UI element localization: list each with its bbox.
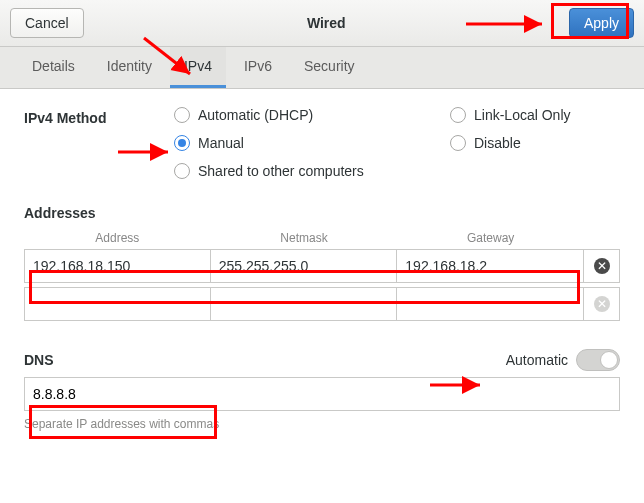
delete-row-button[interactable]: ✕ (584, 249, 620, 283)
radio-label: Manual (198, 135, 244, 151)
radio-shared[interactable]: Shared to other computers (174, 163, 450, 179)
radio-icon (450, 107, 466, 123)
switch-knob-icon (600, 351, 618, 369)
dns-automatic-label: Automatic (506, 352, 568, 368)
close-icon: ✕ (594, 258, 610, 274)
radio-automatic-dhcp[interactable]: Automatic (DHCP) (174, 107, 450, 123)
radio-label: Link-Local Only (474, 107, 571, 123)
titlebar: Cancel Wired Apply (0, 0, 644, 47)
address-row: ✕ (24, 287, 620, 321)
netmask-input[interactable]: 255.255.255.0 (211, 249, 398, 283)
radio-label: Shared to other computers (198, 163, 364, 179)
col-header-address: Address (24, 231, 211, 245)
tab-details[interactable]: Details (18, 47, 89, 88)
radio-icon (450, 135, 466, 151)
radio-icon (174, 135, 190, 151)
radio-icon (174, 163, 190, 179)
cancel-button[interactable]: Cancel (10, 8, 84, 38)
close-icon: ✕ (594, 296, 610, 312)
dns-automatic-toggle[interactable] (576, 349, 620, 371)
tab-security[interactable]: Security (290, 47, 369, 88)
radio-label: Disable (474, 135, 521, 151)
netmask-input[interactable] (211, 287, 398, 321)
col-header-gateway: Gateway (397, 231, 584, 245)
gateway-input[interactable]: 192.168.18.2 (397, 249, 584, 283)
dns-input[interactable] (24, 377, 620, 411)
address-input[interactable] (24, 287, 211, 321)
address-input[interactable]: 192.168.18.150 (24, 249, 211, 283)
addresses-title: Addresses (24, 205, 620, 221)
gateway-input[interactable] (397, 287, 584, 321)
address-row: 192.168.18.150 255.255.255.0 192.168.18.… (24, 249, 620, 283)
radio-link-local[interactable]: Link-Local Only (450, 107, 620, 123)
window-title: Wired (307, 15, 346, 31)
radio-disable[interactable]: Disable (450, 135, 620, 151)
tabs: Details Identity IPv4 IPv6 Security (0, 47, 644, 89)
dns-title: DNS (24, 352, 54, 368)
radio-icon (174, 107, 190, 123)
content-area: IPv4 Method Automatic (DHCP) Manual Shar… (0, 89, 644, 503)
tab-ipv6[interactable]: IPv6 (230, 47, 286, 88)
addresses-section: Addresses Address Netmask Gateway 192.16… (24, 205, 620, 321)
tab-identity[interactable]: Identity (93, 47, 166, 88)
dns-hint: Separate IP addresses with commas (24, 417, 620, 431)
delete-row-button[interactable]: ✕ (584, 287, 620, 321)
tab-ipv4[interactable]: IPv4 (170, 47, 226, 88)
radio-manual[interactable]: Manual (174, 135, 450, 151)
col-header-netmask: Netmask (211, 231, 398, 245)
dns-section: DNS Automatic Separate IP addresses with… (24, 349, 620, 431)
radio-label: Automatic (DHCP) (198, 107, 313, 123)
ipv4-method-label: IPv4 Method (24, 107, 174, 126)
apply-button[interactable]: Apply (569, 8, 634, 38)
